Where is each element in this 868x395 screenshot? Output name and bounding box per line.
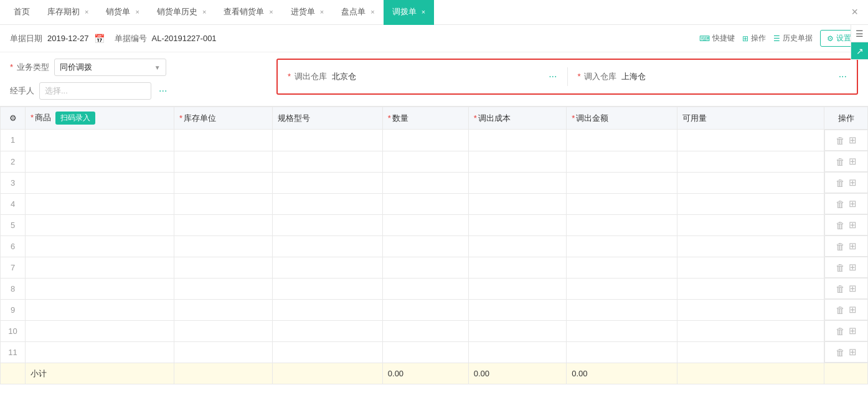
warehouse-in-required: * (578, 72, 581, 81)
tab-view-sales[interactable]: 查看销货单 × (215, 0, 281, 25)
warehouse-divider (567, 67, 568, 86)
warehouse-in-label: * 调入仓库 (578, 71, 617, 82)
row-qty-3 (382, 172, 468, 193)
copy-icon-9[interactable]: ⊞ (849, 304, 857, 315)
setting-icon: ⚙ (827, 34, 834, 43)
delete-icon-1[interactable]: 🗑 (836, 135, 845, 146)
row-goods-4[interactable] (26, 193, 174, 214)
row-goods-3[interactable] (26, 172, 174, 193)
history-label: 历史单据 (783, 33, 813, 44)
row-goods-8[interactable] (26, 278, 174, 299)
calendar-icon[interactable]: 📅 (94, 34, 105, 44)
global-close-icon[interactable]: × (846, 6, 863, 19)
ops-label: 操作 (751, 33, 766, 44)
business-type-required: * (10, 62, 13, 72)
tab-purchase-order[interactable]: 进货单 × (282, 0, 333, 25)
row-goods-7[interactable] (26, 257, 174, 278)
col-settings-header[interactable]: ⚙ (1, 107, 26, 130)
subtotal-avail (677, 363, 824, 384)
shortcut-icon: ⌨ (699, 34, 710, 43)
delete-icon-6[interactable]: 🗑 (836, 241, 845, 252)
panel-export-icon[interactable]: ↗ (851, 42, 869, 60)
row-num-2: 2 (1, 151, 26, 172)
delete-icon-7[interactable]: 🗑 (836, 262, 845, 273)
tab-home[interactable]: 首页 (5, 0, 39, 25)
tab-sales-history-close[interactable]: × (202, 8, 206, 16)
handler-placeholder: 选择... (45, 85, 146, 97)
delete-icon-10[interactable]: 🗑 (836, 326, 845, 336)
ops-button[interactable]: ⊞ 操作 (742, 33, 766, 44)
row-goods-6[interactable] (26, 236, 174, 257)
tab-sales-history[interactable]: 销货单历史 × (148, 0, 215, 25)
delete-icon-8[interactable]: 🗑 (836, 283, 845, 294)
shortcut-button[interactable]: ⌨ 快捷键 (699, 33, 735, 44)
tab-inventory-init[interactable]: 库存期初 × (39, 0, 97, 25)
row-cost-11 (468, 341, 567, 363)
row-ops-4: 🗑 ⊞ (824, 193, 868, 214)
data-table: ⚙ *商品 扫码录入 *库存单位 规格型号 *数量 *调出成本 (0, 107, 868, 384)
tab-stocktake-close[interactable]: × (370, 8, 374, 16)
row-qty-2 (382, 151, 468, 172)
row-goods-5[interactable] (26, 214, 174, 236)
delete-icon-11[interactable]: 🗑 (836, 347, 845, 358)
copy-icon-3[interactable]: ⊞ (849, 177, 857, 188)
tab-view-sales-close[interactable]: × (269, 8, 273, 16)
panel-list-icon[interactable]: ☰ (851, 25, 869, 42)
tab-sales-order-close[interactable]: × (135, 8, 139, 16)
tab-view-sales-label: 查看销货单 (224, 6, 264, 17)
history-icon: ☰ (773, 34, 780, 43)
delete-icon-3[interactable]: 🗑 (836, 178, 845, 188)
tab-inventory-init-close[interactable]: × (85, 8, 88, 16)
row-spec-11 (272, 341, 382, 363)
delete-icon-5[interactable]: 🗑 (836, 220, 845, 231)
row-goods-1[interactable] (26, 130, 174, 151)
copy-icon-8[interactable]: ⊞ (849, 283, 857, 294)
delete-icon-4[interactable]: 🗑 (836, 199, 845, 209)
copy-icon-5[interactable]: ⊞ (849, 219, 857, 231)
delete-icon-9[interactable]: 🗑 (836, 305, 845, 315)
table-row: 10 🗑 ⊞ (1, 320, 868, 341)
number-value: AL-20191227-001 (152, 34, 217, 43)
tab-transfer[interactable]: 调拨单 × (384, 0, 434, 25)
row-goods-11[interactable] (26, 341, 174, 363)
row-qty-8 (382, 278, 468, 299)
row-cost-6 (468, 236, 567, 257)
row-unit-10 (174, 320, 272, 341)
tab-purchase-order-close[interactable]: × (320, 8, 324, 16)
scan-button[interactable]: 扫码录入 (55, 112, 95, 125)
copy-icon-1[interactable]: ⊞ (849, 135, 857, 146)
tab-sales-order-label: 销货单 (106, 6, 130, 17)
row-ops-6: 🗑 ⊞ (824, 236, 868, 257)
row-num-1: 1 (1, 130, 26, 151)
copy-icon-6[interactable]: ⊞ (849, 240, 857, 252)
warehouse-out-more-icon[interactable]: ··· (549, 71, 557, 82)
row-num-3: 3 (1, 172, 26, 193)
row-amount-2 (567, 151, 677, 172)
tab-transfer-close[interactable]: × (422, 8, 425, 16)
history-button[interactable]: ☰ 历史单据 (773, 33, 813, 44)
col-spec-header: 规格型号 (272, 107, 382, 130)
warehouse-in-more-icon[interactable]: ··· (839, 71, 847, 82)
settings-icon[interactable]: ⚙ (9, 113, 17, 123)
business-type-select[interactable]: 同价调拨 ▼ (54, 59, 166, 76)
copy-icon-7[interactable]: ⊞ (849, 262, 857, 273)
copy-icon-2[interactable]: ⊞ (849, 156, 857, 167)
copy-icon-4[interactable]: ⊞ (849, 198, 857, 209)
warehouse-out-required: * (288, 72, 291, 81)
row-ops-5: 🗑 ⊞ (824, 214, 868, 236)
handler-more-icon[interactable]: ··· (159, 85, 167, 97)
subtotal-label: 小计 (26, 363, 174, 384)
row-spec-9 (272, 299, 382, 320)
row-goods-10[interactable] (26, 320, 174, 341)
handler-select[interactable]: 选择... (39, 82, 151, 100)
row-goods-9[interactable] (26, 299, 174, 320)
delete-icon-2[interactable]: 🗑 (836, 156, 845, 167)
row-goods-2[interactable] (26, 151, 174, 172)
business-type-field: * 业务类型 同价调拨 ▼ (10, 59, 271, 76)
copy-icon-10[interactable]: ⊞ (849, 325, 857, 336)
tab-stocktake[interactable]: 盘点单 × (333, 0, 383, 25)
row-amount-4 (567, 193, 677, 214)
tab-sales-order[interactable]: 销货单 × (97, 0, 148, 25)
copy-icon-11[interactable]: ⊞ (849, 346, 857, 358)
row-amount-9 (567, 299, 677, 320)
